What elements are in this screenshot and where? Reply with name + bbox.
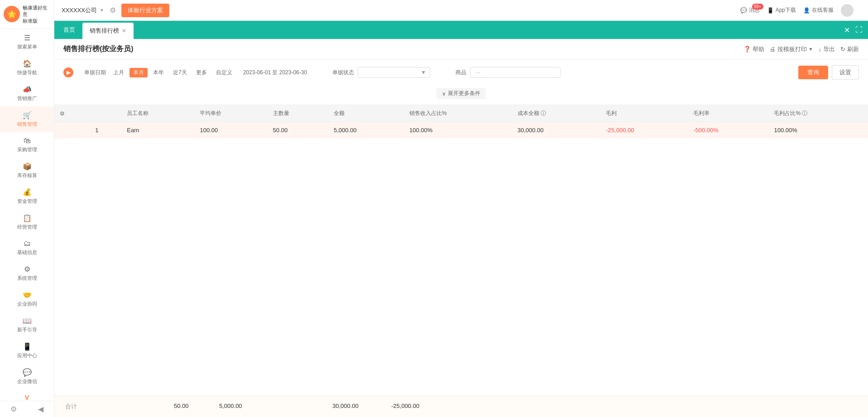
th-cost: 成本全额 ⓘ xyxy=(512,105,601,122)
tab-home[interactable]: 首页 xyxy=(56,21,82,39)
tab-label: 销售排行榜 xyxy=(90,27,119,35)
page-actions: ❓ 帮助 🖨 按模板打印 ▼ ↓ 导出 ↻ 刷新 xyxy=(743,45,859,53)
sidebar-item-basic[interactable]: 🗂 基础信息 xyxy=(0,235,54,260)
app-download-button[interactable]: 📱 App下载 xyxy=(767,6,796,14)
sidebar-bottom: ⚙ ◀ xyxy=(0,401,54,417)
refresh-button[interactable]: ↻ 刷新 xyxy=(840,45,859,53)
sidebar-item-collab[interactable]: 🤝 企业协同 xyxy=(0,286,54,312)
data-table: ⚙ 员工名称 平均单价 主数量 全额 销售收入占比% 成本全额 ⓘ 毛利 毛利率… xyxy=(54,105,868,139)
th-amount: 全额 xyxy=(328,105,404,122)
topbar: XXXXXX公司 ▼ ⚙ 体验行业方案 💬 消息 99+ 📱 App下载 👤 在… xyxy=(54,0,868,21)
td-sales-pct: 100.00% xyxy=(404,122,512,139)
sidebar-collapse-icon[interactable]: ◀ xyxy=(38,405,43,413)
logo-text: 畅康通好生意 标准版 xyxy=(23,5,50,24)
help-button[interactable]: ❓ 帮助 xyxy=(743,45,764,53)
sidebar-item-shortcut[interactable]: 🏠 快捷导航 xyxy=(0,55,54,81)
print-icon: 🖨 xyxy=(770,46,776,53)
message-icon: 💬 xyxy=(740,7,747,14)
chevron-down-icon: ▼ xyxy=(809,47,813,52)
sidebar-item-search[interactable]: ☰ 搜索菜单 xyxy=(0,29,54,55)
export-label: 导出 xyxy=(823,45,835,53)
date-tab-custom[interactable]: 自定义 xyxy=(212,68,236,77)
template-print-label: 按模板打印 xyxy=(777,45,807,53)
app-download-label: App下载 xyxy=(776,6,796,14)
sidebar-item-label: 资金管理 xyxy=(17,198,37,205)
goods-label: 商品 xyxy=(456,69,466,77)
sidebar-item-guide[interactable]: 📖 新手引导 xyxy=(0,312,54,338)
action-buttons: 查询 设置 xyxy=(798,65,859,80)
goods-select[interactable]: ··· xyxy=(470,67,561,78)
sidebar-item-label: 基础信息 xyxy=(17,249,37,256)
message-button[interactable]: 💬 消息 99+ xyxy=(740,6,760,14)
sidebar-item-inventory[interactable]: 📦 库存核算 xyxy=(0,158,54,183)
topbar-settings-icon[interactable]: ⚙ xyxy=(110,6,116,14)
tabbar-right: ✕ ⛶ xyxy=(844,26,868,34)
th-settings[interactable]: ⚙ xyxy=(54,105,90,122)
export-button[interactable]: ↓ 导出 xyxy=(819,45,835,53)
basic-icon: 🗂 xyxy=(24,240,31,248)
column-settings-icon[interactable]: ⚙ xyxy=(60,110,65,117)
table-row: 1 Eam 100.00 50.00 5,000.00 100.00% 30,0… xyxy=(54,122,868,139)
help-label: 帮助 xyxy=(753,45,764,53)
td-amount: 5,000.00 xyxy=(328,122,404,139)
filter-row: ▶ 单据日期 上月 本月 本年 近7天 更多 自定义 2023-06-01 至 … xyxy=(63,65,859,80)
sidebar-item-sales[interactable]: 🛒 销售管理 xyxy=(0,106,54,132)
date-tab-last-month[interactable]: 上月 xyxy=(110,68,128,77)
template-print-button[interactable]: 🖨 按模板打印 ▼ xyxy=(770,45,813,53)
page-title: 销售排行榜(按业务员) xyxy=(63,44,134,54)
logo-icon: 🌟 xyxy=(4,6,20,22)
date-tab-more[interactable]: 更多 xyxy=(192,68,211,77)
footer-gross: -25,000.00 xyxy=(386,401,425,412)
date-tab-this-year[interactable]: 本年 xyxy=(149,68,168,77)
main-content: XXXXXX公司 ▼ ⚙ 体验行业方案 💬 消息 99+ 📱 App下载 👤 在… xyxy=(54,0,868,417)
td-gross-pct: 100.00% xyxy=(768,122,868,139)
date-tab-7days[interactable]: 近7天 xyxy=(169,68,191,77)
sidebar-item-member[interactable]: V 畅会员 xyxy=(0,389,54,401)
online-service-label: 在线客服 xyxy=(812,6,834,14)
fullscreen-icon[interactable]: ⛶ xyxy=(855,26,863,34)
wechat-icon: 💬 xyxy=(23,368,32,377)
date-tab-this-month[interactable]: 本月 xyxy=(129,68,148,77)
query-button[interactable]: 查询 xyxy=(798,66,828,79)
service-icon: 👤 xyxy=(803,7,810,14)
collapse-arrow-button[interactable]: ▶ xyxy=(63,67,73,77)
logo: 🌟 畅康通好生意 标准版 xyxy=(0,0,54,29)
sidebar-item-finance[interactable]: 💰 资金管理 xyxy=(0,183,54,209)
marketing-icon: 📣 xyxy=(23,85,32,94)
company-selector[interactable]: XXXXXX公司 ▼ xyxy=(62,6,104,14)
online-service-button[interactable]: 👤 在线客服 xyxy=(803,6,834,14)
th-gross-rate: 毛利率 xyxy=(688,105,768,122)
sidebar-item-purchase[interactable]: 🛍 采购管理 xyxy=(0,132,54,158)
td-rank: 1 xyxy=(90,122,121,139)
td-gross-rate: -500.00% xyxy=(688,122,768,139)
sidebar-item-marketing[interactable]: 📣 营销推广 xyxy=(0,81,54,106)
footer-spacer xyxy=(268,401,327,412)
sidebar-item-wechat[interactable]: 💬 企业微信 xyxy=(0,364,54,389)
sidebar-item-label: 企业协同 xyxy=(17,301,37,307)
filter-settings-button[interactable]: 设置 xyxy=(832,65,859,80)
expand-icon: ∨ xyxy=(442,91,446,97)
expand-more-button[interactable]: ∨ 展开更多条件 xyxy=(436,88,486,99)
download-icon: 📱 xyxy=(767,7,774,14)
sidebar-settings-icon[interactable]: ⚙ xyxy=(10,405,17,413)
footer-label: 合计 xyxy=(60,401,168,412)
refresh-label: 刷新 xyxy=(847,45,859,53)
inventory-icon: 📦 xyxy=(23,162,32,171)
tab-close-icon[interactable]: ✕ xyxy=(122,28,126,34)
try-industry-button[interactable]: 体验行业方案 xyxy=(121,4,169,17)
sidebar-item-system[interactable]: ⚙ 系统管理 xyxy=(0,260,54,286)
logo-title: 畅康通好生意 xyxy=(23,5,50,18)
search-menu-icon: ☰ xyxy=(24,34,30,42)
avatar xyxy=(841,4,854,17)
sidebar-item-operation[interactable]: 📋 经营管理 xyxy=(0,209,54,235)
sidebar-item-label: 采购管理 xyxy=(17,146,37,153)
td-qty: 50.00 xyxy=(268,122,328,139)
sidebar-item-apps[interactable]: 📱 应用中心 xyxy=(0,338,54,364)
th-sales-pct: 销售收入占比% xyxy=(404,105,512,122)
tab-sales-ranking[interactable]: 销售排行榜 ✕ xyxy=(82,23,134,39)
table-header-row: ⚙ 员工名称 平均单价 主数量 全额 销售收入占比% 成本全额 ⓘ 毛利 毛利率… xyxy=(54,105,868,122)
collab-icon: 🤝 xyxy=(23,291,32,299)
purchase-icon: 🛍 xyxy=(24,137,31,145)
status-select[interactable]: ▼ xyxy=(358,67,430,78)
close-window-icon[interactable]: ✕ xyxy=(844,26,850,34)
